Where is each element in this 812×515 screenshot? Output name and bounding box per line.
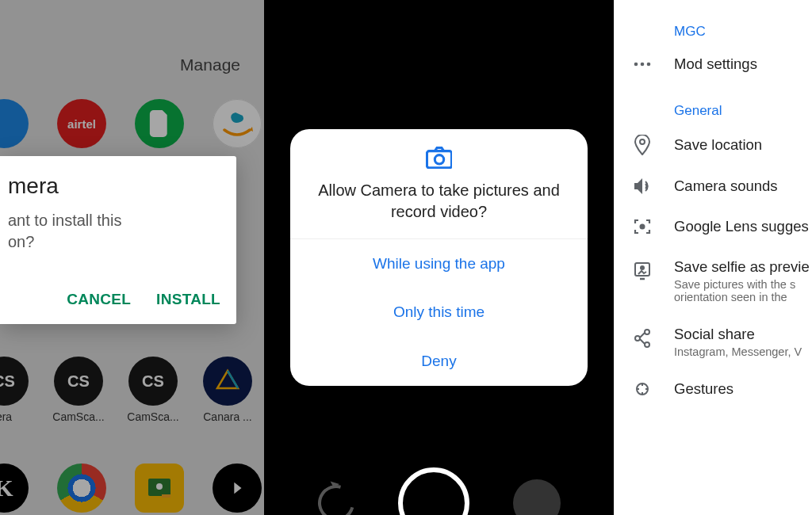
install-button[interactable]: INSTALL (156, 291, 220, 308)
install-dialog-title: mera (8, 174, 220, 199)
svg-point-5 (634, 63, 638, 67)
settings-item-selfie[interactable]: Save selfie as previe Save pictures with… (614, 247, 812, 315)
location-pin-icon (630, 135, 655, 155)
svg-point-13 (635, 336, 640, 341)
settings-item-label: Social share (674, 326, 802, 343)
rewind-icon[interactable] (311, 479, 361, 515)
camera-permission-panel: Allow Camera to take pictures and record… (264, 0, 614, 515)
settings-item-location[interactable]: Save location (614, 124, 812, 166)
photo-frame-icon (630, 261, 655, 280)
settings-item-gestures[interactable]: Gestures (614, 369, 812, 409)
cancel-button[interactable]: CANCEL (67, 291, 131, 308)
install-dialog-body: ant to install this on? (8, 210, 220, 253)
svg-rect-3 (427, 151, 451, 168)
gesture-icon (630, 380, 655, 398)
settings-item-label: Camera sounds (674, 177, 778, 195)
svg-point-6 (641, 63, 645, 67)
settings-item-mod[interactable]: Mod settings (614, 44, 812, 84)
svg-point-7 (647, 63, 651, 67)
settings-item-sublabel: Save pictures with the s orientation see… (674, 278, 810, 303)
settings-item-sounds[interactable]: Camera sounds (614, 166, 812, 206)
svg-point-14 (645, 342, 649, 347)
camera-controls (264, 467, 614, 515)
svg-point-12 (645, 330, 649, 334)
permission-message: Allow Camera to take pictures and record… (314, 180, 564, 223)
svg-point-11 (641, 266, 644, 269)
settings-item-label: Gestures (674, 380, 733, 398)
section-header-mgc: MGC (614, 22, 812, 40)
settings-item-label: Mod settings (674, 55, 757, 73)
svg-point-4 (435, 155, 443, 164)
svg-point-8 (640, 139, 645, 144)
permission-option-while-using[interactable]: While using the app (290, 238, 588, 288)
ellipsis-icon (630, 62, 655, 67)
settings-item-label: Google Lens sugges (674, 218, 809, 235)
settings-item-lens[interactable]: Google Lens sugges (614, 206, 812, 247)
camera-icon (426, 147, 453, 169)
shutter-button[interactable] (398, 467, 469, 515)
settings-item-label: Save location (674, 136, 762, 154)
svg-point-9 (640, 224, 645, 230)
install-dialog: mera ant to install this on? CANCEL INST… (0, 156, 236, 324)
settings-panel: MGC Mod settings General Save location C… (614, 0, 812, 515)
settings-item-social[interactable]: Social share Instagram, Messenger, V (614, 315, 812, 369)
section-header-general: General (614, 101, 812, 119)
settings-item-label: Save selfie as previe (674, 258, 810, 276)
install-dialog-actions: CANCEL INSTALL (8, 291, 220, 308)
permission-option-deny[interactable]: Deny (290, 337, 588, 386)
share-icon (630, 329, 655, 348)
permission-dialog: Allow Camera to take pictures and record… (290, 129, 588, 386)
speaker-icon (630, 177, 655, 195)
settings-item-sublabel: Instagram, Messenger, V (674, 345, 802, 358)
gallery-thumb[interactable] (513, 479, 561, 515)
home-screen-panel: Manage airtel CSera CSCamSca... CSCamSca… (0, 0, 264, 515)
lens-scan-icon (630, 217, 655, 236)
permission-option-only-this-time[interactable]: Only this time (290, 288, 588, 337)
